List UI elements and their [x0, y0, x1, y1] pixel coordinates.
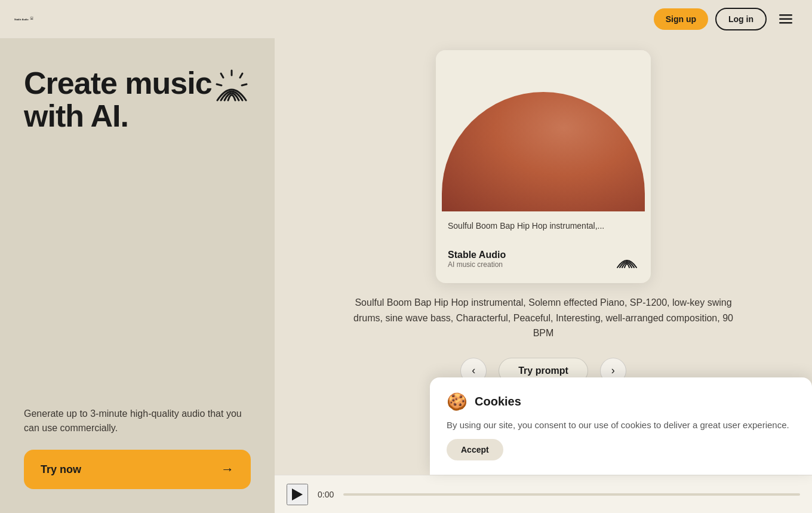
svg-rect-6	[779, 14, 792, 16]
audio-player: 0:00	[275, 475, 812, 513]
album-brand-sub: AI music creation	[448, 260, 506, 269]
album-footer: Stable Audio AI music creation	[436, 233, 651, 283]
next-icon: ›	[611, 364, 615, 377]
svg-rect-8	[779, 22, 792, 24]
album-brand: Stable Audio AI music creation	[448, 250, 506, 269]
svg-line-10	[240, 73, 242, 78]
cookie-header: 🍪 Cookies	[447, 392, 795, 411]
cookie-title: Cookies	[475, 395, 521, 408]
svg-text:Stable Audio: Stable Audio	[14, 18, 29, 21]
album-brand-name: Stable Audio	[448, 250, 506, 260]
try-now-button[interactable]: Try now →	[24, 450, 251, 489]
hamburger-icon	[779, 14, 792, 24]
hero-title: Create music with AI.	[24, 67, 212, 132]
nav-actions: Sign up Log in	[654, 7, 798, 31]
login-button[interactable]: Log in	[715, 8, 767, 30]
try-now-arrow-icon: →	[221, 462, 234, 477]
left-panel: Create music with AI.	[0, 38, 275, 513]
svg-rect-7	[779, 19, 792, 20]
time-display: 0:00	[318, 490, 334, 499]
svg-line-11	[242, 84, 247, 85]
play-icon	[292, 489, 303, 500]
navbar: Stable Audio Sign up Log in	[0, 0, 812, 38]
svg-marker-14	[292, 489, 303, 500]
svg-line-13	[217, 84, 222, 85]
cookie-banner: 🍪 Cookies By using our site, you consent…	[430, 377, 812, 475]
svg-line-2	[33, 17, 33, 17]
left-content: Create music with AI.	[24, 67, 251, 407]
accept-cookies-button[interactable]: Accept	[447, 439, 503, 460]
svg-line-4	[30, 17, 31, 17]
menu-button[interactable]	[774, 7, 798, 31]
album-brand-icon	[615, 247, 639, 271]
cookie-emoji-icon: 🍪	[447, 392, 467, 411]
signup-button[interactable]: Sign up	[654, 8, 708, 30]
album-title: Soulful Boom Bap Hip Hop instrumental,..…	[436, 211, 651, 233]
main-layout: Create music with AI.	[0, 38, 812, 513]
prev-icon: ‹	[472, 364, 475, 377]
album-card: Soulful Boom Bap Hip Hop instrumental,..…	[436, 50, 651, 283]
logo-icon: Stable Audio	[14, 10, 33, 29]
prompt-description: Soulful Boom Bap Hip Hop instrumental, S…	[346, 295, 740, 341]
right-panel: Soulful Boom Bap Hip Hop instrumental,..…	[275, 38, 812, 513]
progress-bar[interactable]	[343, 493, 800, 496]
logo: Stable Audio	[14, 10, 33, 29]
try-now-label: Try now	[41, 463, 81, 476]
hero-icon	[213, 69, 251, 107]
svg-line-12	[221, 73, 223, 78]
album-semicircle	[442, 92, 645, 211]
left-header: Create music with AI.	[24, 67, 251, 132]
cookie-description: By using our site, you consent to our us…	[447, 419, 795, 432]
generate-text: Generate up to 3-minute high-quality aud…	[24, 407, 251, 435]
left-footer: Generate up to 3-minute high-quality aud…	[24, 407, 251, 489]
play-button[interactable]	[287, 484, 308, 505]
album-artwork	[436, 50, 651, 211]
